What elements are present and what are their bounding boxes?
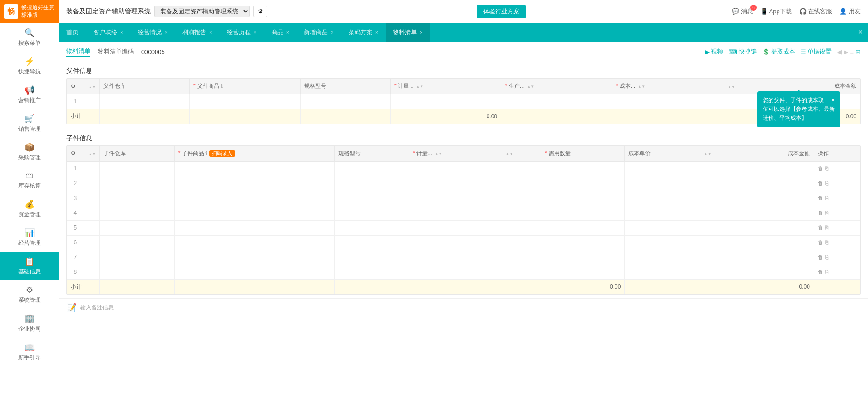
copy-icon[interactable]: ⎘ [825,224,828,231]
row-unit-1[interactable] [390,94,501,109]
tab-profit-close[interactable]: × [209,30,212,35]
action-extract-cost[interactable]: 💲 提取成本 [762,48,795,56]
tab-operation[interactable]: 经营情况 × [130,23,175,42]
child-qty-1[interactable] [541,161,625,176]
tooltip-close-btn[interactable]: × [832,96,835,105]
tab-biz-history-close[interactable]: × [253,30,256,35]
sidebar-item-operations[interactable]: 📊 经营管理 [0,223,59,252]
sidebar-item-finance[interactable]: 💰 资金管理 [0,194,59,223]
next-icon[interactable]: ▶ [844,48,848,55]
sub-tab-bom[interactable]: 物料清单 [66,46,90,57]
action-shortcut[interactable]: ⌨ 快捷键 [729,48,757,56]
delete-icon[interactable]: 🗑 [818,165,823,172]
action-view-label: 视频 [711,48,723,56]
row-warehouse-1[interactable] [100,94,190,109]
sidebar-item-basic-info[interactable]: 📋 基础信息 [0,252,59,280]
delete-icon[interactable]: 🗑 [818,180,823,187]
sales-icon: 🛒 [24,114,35,124]
child-section: 子件信息 ⚙ ▲▼ 子件仓库 * [59,130,868,295]
sidebar-label-guide: 新手引导 [18,354,41,362]
prev-icon[interactable]: ◀ [837,48,842,55]
sub-tab-bom-code[interactable]: 物料清单编码 [98,47,134,57]
settings-icon[interactable]: ⚙ [71,83,76,90]
sidebar-item-inventory[interactable]: 🗃 库存核算 [0,166,59,194]
child-unit-1[interactable] [409,161,501,176]
sidebar: 畅 畅捷通好生意 标准版 🔍 搜索菜单 ⚡ 快捷导航 📢 营销推广 🛒 销售管理… [0,0,59,393]
notification-area[interactable]: 💬 6 消息 [732,7,753,16]
delete-icon[interactable]: 🗑 [818,224,823,231]
copy-icon[interactable]: ⎘ [825,165,828,172]
subtotal-spacer3 [301,109,391,124]
sidebar-item-marketing[interactable]: 📢 营销推广 [0,80,59,109]
tab-goods-close[interactable]: × [286,30,289,35]
bom-code-value: 0000005 [141,48,165,55]
row-sort-1 [84,94,100,109]
action-single-setting[interactable]: ☰ 单据设置 [801,48,832,56]
app-download[interactable]: 📱 App下载 [760,7,792,16]
sidebar-item-enterprise[interactable]: 🏢 企业协同 [0,309,59,338]
tab-customer[interactable]: 客户联络 × [86,23,130,42]
row-production-1[interactable] [501,94,612,109]
topbar-left: 装备及固定资产辅助管理系统 装备及固定资产辅助管理系统 ⚙ [66,6,267,17]
prod-sort-icon: ▲▼ [527,85,534,89]
tab-customer-close[interactable]: × [120,30,123,35]
user-area[interactable]: 👤 用友 [839,7,861,16]
tab-operation-close[interactable]: × [164,30,167,35]
row-cost-1[interactable] [612,94,723,109]
system-select[interactable]: 装备及固定资产辅助管理系统 [154,6,250,17]
tab-home[interactable]: 首页 [59,23,86,42]
child-settings-icon[interactable]: ⚙ [71,150,76,157]
th-parent-warehouse: 父件仓库 [100,79,190,94]
copy-icon[interactable]: ⎘ [825,269,828,275]
headset-icon: 🎧 [799,8,807,15]
child-table-wrap: ⚙ ▲▼ 子件仓库 * 子件商品 ℹ 扫码录入 [66,145,861,295]
copy-icon[interactable]: ⎘ [825,195,828,201]
copy-icon[interactable]: ⎘ [825,239,828,246]
table-row: 6 🗑⎘ [67,235,860,250]
add-icon[interactable]: 📝 [66,302,77,313]
close-all-tabs[interactable]: × [853,28,868,36]
action-view[interactable]: ▶ 视频 [705,48,723,56]
tab-bom-close[interactable]: × [420,30,422,35]
delete-icon[interactable]: 🗑 [818,269,823,275]
child-th-qty: * 需用数量 [541,146,625,162]
subtotal-spacer1 [100,109,190,124]
sidebar-item-system[interactable]: ⚙ 系统管理 [0,280,59,309]
delete-icon[interactable]: 🗑 [818,195,823,201]
delete-icon[interactable]: 🗑 [818,210,823,216]
child-warehouse-1[interactable] [100,161,174,176]
scan-btn[interactable]: 扫码录入 [209,150,235,157]
sidebar-item-search[interactable]: 🔍 搜索菜单 [0,23,59,52]
copy-icon[interactable]: ⎘ [825,180,828,187]
sidebar-item-purchase[interactable]: 📦 采购管理 [0,138,59,166]
tab-new-goods[interactable]: 新增商品 × [296,23,341,42]
sidebar-item-guide[interactable]: 📖 新手引导 [0,338,59,366]
tab-bom-label: 物料清单 [393,28,417,36]
sidebar-item-sales[interactable]: 🛒 销售管理 [0,109,59,138]
tab-goods[interactable]: 商品 × [264,23,296,42]
tab-barcode-close[interactable]: × [375,30,378,35]
experience-btn[interactable]: 体验行业方案 [477,5,526,18]
online-service[interactable]: 🎧 在线客服 [799,7,832,16]
child-th-blank1: ▲▼ [501,146,541,162]
tab-profit[interactable]: 利润报告 × [175,23,219,42]
delete-icon[interactable]: 🗑 [818,254,823,260]
child-goods-1[interactable] [174,161,334,176]
child-spec-1 [334,161,409,176]
notification-badge: 6 [750,5,757,11]
tab-barcode[interactable]: 条码方案 × [341,23,386,42]
copy-icon[interactable]: ⎘ [825,254,828,260]
child-th-cost-amount: 成本金额 [739,146,814,162]
tab-new-goods-close[interactable]: × [331,30,333,35]
tab-bom[interactable]: 物料清单 × [386,23,430,42]
grid-icon[interactable]: ⊞ [856,48,861,55]
row-goods-1[interactable] [189,94,301,109]
tab-home-label: 首页 [66,28,78,36]
delete-icon[interactable]: 🗑 [818,239,823,246]
tab-biz-history[interactable]: 经营历程 × [219,23,264,42]
list-icon[interactable]: ≡ [850,48,854,55]
sidebar-label-purchase: 采购管理 [18,154,41,162]
copy-icon[interactable]: ⎘ [825,210,828,216]
settings-button[interactable]: ⚙ [253,6,267,17]
sidebar-item-quick-nav[interactable]: ⚡ 快捷导航 [0,52,59,80]
